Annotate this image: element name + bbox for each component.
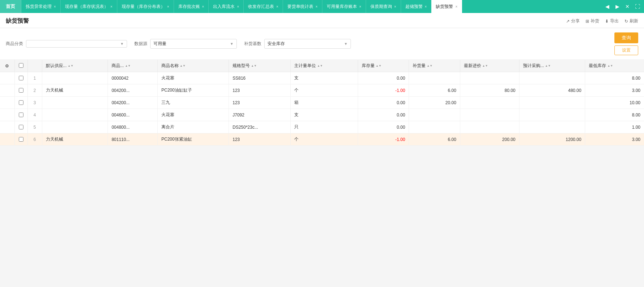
tab-7[interactable]: 要货单统计表 × xyxy=(283,0,322,13)
row-checkbox-5[interactable] xyxy=(19,137,23,142)
th-est-purchase[interactable]: 预计采购... ▲▼ xyxy=(519,60,585,72)
row-checkbox-cell-0[interactable] xyxy=(14,72,27,84)
row-code-0: 0000042 xyxy=(108,72,158,84)
share-button[interactable]: ↗ 分享 xyxy=(566,18,580,24)
row-price-5: 200.00 xyxy=(460,133,519,146)
settings-button[interactable]: 设置 xyxy=(614,45,638,55)
tab-9[interactable]: 保质期查询 × xyxy=(366,0,401,13)
row-supplier-3 xyxy=(42,109,108,121)
table-header-row: ⚙ 默认供应... ▲▼ 商品... xyxy=(0,60,644,72)
tab-11[interactable]: 缺货预警 × xyxy=(431,0,462,13)
gear-icon: ⚙ xyxy=(5,63,9,69)
tab-expand-button[interactable]: ⛶ xyxy=(632,1,643,12)
row-supplier-1: 力天机械 xyxy=(42,84,108,97)
row-index-2: 3 xyxy=(27,97,42,109)
row-checkbox-2[interactable] xyxy=(19,100,23,105)
row-replenish-3 xyxy=(409,109,460,121)
row-index-0: 1 xyxy=(27,72,42,84)
th-checkbox[interactable] xyxy=(14,60,27,72)
tab-next-button[interactable]: ▶ xyxy=(612,1,622,12)
row-checkbox-cell-4[interactable] xyxy=(14,121,27,133)
th-index xyxy=(27,60,42,72)
th-item-code[interactable]: 商品... ▲▼ xyxy=(108,60,158,72)
row-minstock-0: 8.00 xyxy=(585,72,644,84)
th-item-name[interactable]: 商品名称 ▲▼ xyxy=(157,60,229,72)
sort-arrows-code: ▲▼ xyxy=(125,65,131,67)
row-minstock-3: 8.00 xyxy=(585,109,644,121)
row-price-4 xyxy=(460,121,519,133)
sort-arrows-supplier: ▲▼ xyxy=(68,65,74,67)
row-spec-1: 123 xyxy=(229,84,291,97)
tab-8[interactable]: 可用量库存账本 × xyxy=(322,0,366,13)
tab-close-9[interactable]: × xyxy=(394,5,396,9)
row-replenish-1: 6.00 xyxy=(409,84,460,97)
replenish-base-select-value: 安全库存 xyxy=(267,41,344,47)
tab-close-1[interactable]: × xyxy=(54,5,56,9)
page-header: 缺货预警 ↗ 分享 ⊞ 补货 ⬇ 导出 ↻ 刷新 xyxy=(0,13,644,28)
row-checkbox-cell-1[interactable] xyxy=(14,84,27,97)
tab-6[interactable]: 收发存汇总表 × xyxy=(244,0,283,13)
row-unit-0: 支 xyxy=(291,72,358,84)
category-select-arrow: ▼ xyxy=(120,42,124,46)
tab-1[interactable]: 拣货异常处理 × xyxy=(21,0,61,13)
tab-bar: 首页 拣货异常处理 × 现存量（库存状况表） × 现存量（库存分布表） × 库存… xyxy=(0,0,644,13)
row-index-1: 2 xyxy=(27,84,42,97)
row-supplier-5: 力天机械 xyxy=(42,133,108,146)
tab-3[interactable]: 现存量（库存分布表） × xyxy=(117,0,174,13)
th-replenish-qty[interactable]: 补货量 ▲▼ xyxy=(409,60,460,72)
tab-5[interactable]: 出入库流水 × xyxy=(209,0,244,13)
tab-4[interactable]: 库存批次账 × xyxy=(174,0,209,13)
replenish-base-select[interactable]: 安全库存 ▼ xyxy=(264,39,351,49)
tab-close-6[interactable]: × xyxy=(276,5,278,9)
tab-close-8[interactable]: × xyxy=(359,5,361,9)
tab-close-7[interactable]: × xyxy=(316,5,318,9)
th-default-supplier[interactable]: 默认供应... ▲▼ xyxy=(42,60,108,72)
query-button[interactable]: 查询 xyxy=(614,32,638,43)
row-code-5: 801110... xyxy=(108,133,158,146)
row-settings-1 xyxy=(0,84,14,97)
table-container: ⚙ 默认供应... ▲▼ 商品... xyxy=(0,60,644,146)
tab-2[interactable]: 现存量（库存状况表） × xyxy=(61,0,117,13)
row-code-4: 004800... xyxy=(108,121,158,133)
th-latest-price[interactable]: 最新进价 ▲▼ xyxy=(460,60,519,72)
row-settings-2 xyxy=(0,97,14,109)
table-row: 4 004600... 火花塞 J7092 支 0.00 8.00 xyxy=(0,109,644,121)
row-index-4: 5 xyxy=(27,121,42,133)
row-checkbox-cell-5[interactable] xyxy=(14,133,27,146)
export-button[interactable]: ⬇ 导出 xyxy=(605,18,619,24)
tab-close-all-button[interactable]: ✕ xyxy=(622,1,632,12)
row-spec-0: SS816 xyxy=(229,72,291,84)
page-container: 缺货预警 ↗ 分享 ⊞ 补货 ⬇ 导出 ↻ 刷新 商品分类 xyxy=(0,13,644,146)
tab-home[interactable]: 首页 xyxy=(0,0,21,13)
tab-close-11[interactable]: × xyxy=(455,5,457,9)
tab-close-2[interactable]: × xyxy=(110,5,113,9)
row-checkbox-4[interactable] xyxy=(19,125,23,129)
tab-close-10[interactable]: × xyxy=(425,5,427,9)
datasource-select[interactable]: 可用量 ▼ xyxy=(150,39,237,49)
tab-close-5[interactable]: × xyxy=(237,5,239,9)
row-checkbox-cell-2[interactable] xyxy=(14,97,27,109)
row-checkbox-3[interactable] xyxy=(19,112,23,117)
category-select[interactable]: ▼ xyxy=(26,40,127,48)
th-settings[interactable]: ⚙ xyxy=(0,60,14,72)
sort-arrows-price: ▲▼ xyxy=(482,65,488,67)
tab-close-3[interactable]: × xyxy=(167,5,169,9)
th-unit[interactable]: 主计量单位 ▲▼ xyxy=(291,60,358,72)
tab-prev-button[interactable]: ◀ xyxy=(602,1,612,12)
row-price-0 xyxy=(460,72,519,84)
row-checkbox-0[interactable] xyxy=(19,76,23,80)
select-all-checkbox[interactable] xyxy=(19,63,23,68)
row-checkbox-cell-3[interactable] xyxy=(14,109,27,121)
tab-10[interactable]: 超储预警 × xyxy=(401,0,432,13)
row-checkbox-1[interactable] xyxy=(19,88,23,93)
refresh-button[interactable]: ↻ 刷新 xyxy=(625,18,638,24)
row-price-1: 80.00 xyxy=(460,84,519,97)
row-code-1: 004200... xyxy=(108,84,158,97)
th-spec[interactable]: 规格型号 ▲▼ xyxy=(229,60,291,72)
th-stock[interactable]: 库存量 ▲▼ xyxy=(358,60,409,72)
replenish-button[interactable]: ⊞ 补货 xyxy=(586,18,599,24)
tab-close-4[interactable]: × xyxy=(202,5,204,9)
th-min-stock[interactable]: 最低库存 ▲▼ xyxy=(585,60,644,72)
row-est-4 xyxy=(519,121,585,133)
datasource-select-value: 可用量 xyxy=(153,41,230,47)
